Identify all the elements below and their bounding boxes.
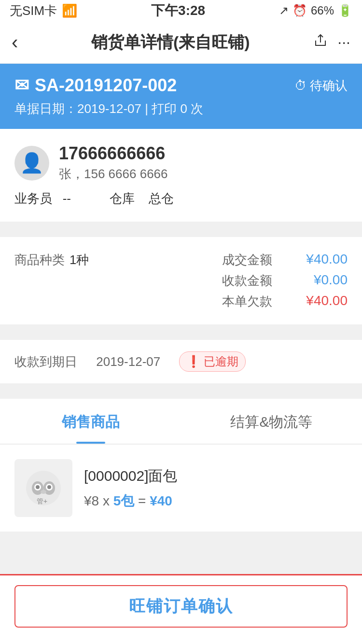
overdue-badge: ❗ 已逾期 [179,351,246,372]
svg-point-5 [36,485,40,489]
customer-phone: 17666666666 [59,143,168,164]
goods-type-value: 1种 [70,252,89,268]
warehouse-value: 总仓 [149,191,174,206]
received-amount-value: ¥0.00 [314,272,348,289]
amounts-section: 成交金额 ¥40.00 收款金额 ¥0.00 本单欠款 ¥40.00 [222,252,348,310]
confirm-order-button[interactable]: 旺铺订单确认 [14,585,348,628]
avatar: 👤 [14,146,49,181]
confirm-btn-wrapper: 旺铺订单确认 [0,574,362,644]
goods-type-field: 商品种类 1种 [14,252,89,268]
status-bar: 无SIM卡 📶 下午3:28 ↗ ⏰ 66% 🔋 [0,0,362,21]
product-thumbnail: 管+ [14,459,72,517]
customer-meta: 业务员 -- 仓库 总仓 [14,190,348,207]
time-display: 下午3:28 [151,1,205,20]
svg-text:管+: 管+ [37,497,47,505]
svg-point-7 [41,490,46,494]
product-price-row: ¥8 x 5包 = ¥40 [84,492,348,510]
back-button[interactable]: ‹ [12,31,28,53]
share-icon[interactable] [313,33,328,52]
order-id-icon: ✉ [14,75,29,96]
tabs-section: 销售商品 结算&物流等 [0,399,362,444]
warehouse-field: 仓库 总仓 [110,190,174,207]
received-amount-label: 收款金额 [222,272,272,289]
goods-type-label: 商品种类 [14,252,65,268]
due-label: 收款到期日 [14,353,77,370]
owed-amount-row: 本单欠款 ¥40.00 [222,293,348,310]
order-header: ✉ SA-20191207-002 ⏱ 待确认 单据日期：2019-12-07 … [0,64,362,129]
divider-3 [0,391,362,399]
product-total: ¥40 [150,493,172,508]
tab-settlement-logistics[interactable]: 结算&物流等 [181,399,362,444]
nav-actions: ··· [313,33,350,52]
product-item: 管+ [0000002]面包 ¥8 x 5包 = ¥40 [14,459,348,517]
warehouse-label: 仓库 [110,191,135,206]
received-amount-row: 收款金额 ¥0.00 [222,272,348,289]
due-section: 收款到期日 2019-12-07 ❗ 已逾期 [0,340,362,383]
divider-1 [0,229,362,237]
deal-amount-row: 成交金额 ¥40.00 [222,252,348,268]
page-title: 销货单详情(来自旺铺) [28,31,313,54]
carrier-text: 无SIM卡 [10,2,57,19]
battery-icon: 🔋 [338,4,352,17]
nav-bar: ‹ 销货单详情(来自旺铺) ··· [0,21,362,64]
overdue-text: 已逾期 [204,354,238,369]
order-id-text: SA-20191207-002 [35,75,177,96]
salesperson-label: 业务员 [14,191,52,206]
owed-amount-label: 本单欠款 [222,293,272,310]
product-name: [0000002]面包 [84,466,348,486]
tabs-row: 销售商品 结算&物流等 [0,399,362,444]
alarm-icon: ⏰ [292,4,307,17]
product-qty: 5包 [113,493,135,508]
status-left: 无SIM卡 📶 [10,2,77,19]
status-clock-icon: ⏱ [294,78,307,93]
more-icon[interactable]: ··· [337,33,350,51]
order-id-row: ✉ SA-20191207-002 [14,75,177,96]
warning-icon: ❗ [186,355,201,368]
location-icon: ↗ [279,4,289,17]
avatar-icon: 👤 [20,152,44,174]
product-section: 管+ [0000002]面包 ¥8 x 5包 = ¥40 [0,445,362,532]
product-price: ¥8 x [84,493,113,508]
product-info: [0000002]面包 ¥8 x 5包 = ¥40 [84,466,348,510]
order-status: ⏱ 待确认 [294,77,348,94]
summary-section: 商品种类 1种 成交金额 ¥40.00 收款金额 ¥0.00 本单欠款 ¥40.… [0,237,362,324]
wifi-icon: 📶 [62,3,77,18]
status-right: ↗ ⏰ 66% 🔋 [279,4,352,17]
deal-amount-value: ¥40.00 [306,252,348,268]
divider-2 [0,332,362,340]
battery-text: 66% [311,4,334,17]
owed-amount-value: ¥40.00 [306,293,348,310]
salesperson-field: 业务员 -- [14,190,71,207]
customer-section: 👤 17666666666 张，156 6666 6666 业务员 -- 仓库 … [0,129,362,222]
status-text: 待确认 [310,77,348,94]
salesperson-value: -- [63,191,71,206]
tab-sales-products[interactable]: 销售商品 [0,399,181,444]
due-value: 2019-12-07 [96,354,160,369]
order-date: 单据日期：2019-12-07 | 打印 0 次 [14,100,348,117]
customer-name: 张，156 6666 6666 [59,166,168,182]
svg-point-6 [47,485,51,489]
product-thumb-logo: 管+ [24,469,63,507]
product-equals: = [134,493,150,508]
deal-amount-label: 成交金额 [222,252,272,268]
